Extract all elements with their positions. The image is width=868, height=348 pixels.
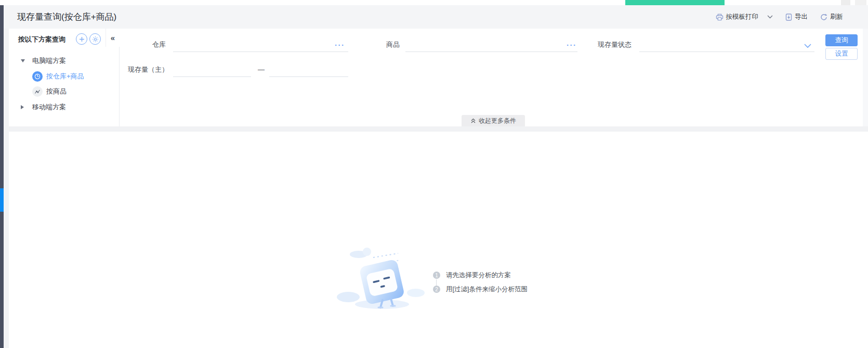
collapse-more-conditions-label: 收起更多条件 — [479, 117, 516, 125]
tree-item-warehouse-product[interactable]: 按仓库+商品 — [32, 71, 84, 82]
step-2-badge: 2 — [433, 286, 440, 293]
toolbar: 按模板打印 导出 刷新 — [716, 5, 844, 29]
browser-top-strip — [0, 0, 868, 5]
app-window: 现存量查询(按仓库+商品) 按模板打印 导出 刷新 — [0, 0, 868, 348]
tree-group-label: 移动端方案 — [32, 102, 66, 112]
result-area: 1 请先选择要分析的方案 2 用[过滤]条件来缩小分析范围 — [9, 132, 868, 348]
export-button[interactable]: 导出 — [785, 12, 808, 21]
progress-bar — [625, 0, 725, 5]
left-nav-rail[interactable] — [0, 5, 4, 348]
tree-group-pc-plans[interactable]: 电脑端方案 — [21, 56, 66, 66]
select-chevron-down-icon[interactable] — [804, 44, 811, 48]
product-more-icon[interactable]: ··· — [567, 42, 577, 49]
stock-status-select[interactable] — [639, 41, 814, 52]
collapse-sidebar-button[interactable]: « — [106, 29, 120, 47]
step-1-badge: 1 — [433, 272, 440, 279]
gear-icon — [92, 36, 99, 43]
tree-group-label: 电脑端方案 — [32, 56, 66, 66]
collapse-sidebar-icon: « — [111, 33, 115, 42]
panel-gap — [9, 126, 868, 132]
tree-collapsed-arrow-icon — [21, 105, 24, 109]
step-1-text: 请先选择要分析的方案 — [446, 271, 511, 279]
tree-item-label: 按仓库+商品 — [46, 72, 84, 81]
stock-qty-min-input[interactable] — [173, 66, 251, 77]
export-label: 导出 — [795, 12, 808, 21]
window-control-ghost — [841, 0, 850, 5]
page-title: 现存量查询(按仓库+商品) — [17, 5, 116, 29]
window-control-ghost — [855, 0, 866, 5]
right-edge-strip — [863, 29, 868, 126]
printer-icon — [716, 14, 724, 21]
plus-icon — [79, 36, 85, 42]
stock-qty-max-input[interactable] — [269, 66, 348, 77]
export-icon — [785, 14, 792, 21]
rail-active-indicator — [0, 188, 4, 212]
chevron-down-icon[interactable] — [767, 15, 773, 19]
refresh-label: 刷新 — [830, 12, 843, 21]
warehouse-label: 仓库 — [152, 41, 166, 49]
stock-qty-label: 现存量（主） — [128, 66, 168, 74]
double-chevron-up-icon — [470, 118, 476, 124]
empty-state-robot-illustration — [333, 236, 431, 314]
add-plan-button[interactable] — [76, 33, 87, 45]
warehouse-more-icon[interactable]: ··· — [335, 42, 345, 49]
step-2-text: 用[过滤]条件来缩小分析范围 — [446, 285, 528, 293]
tree-item-label: 按商品 — [46, 87, 67, 96]
title-bar: 现存量查询(按仓库+商品) 按模板打印 导出 刷新 — [4, 5, 868, 29]
print-by-template-button[interactable]: 按模板打印 — [716, 12, 773, 21]
query-button[interactable]: 查询 — [825, 34, 858, 46]
collapse-more-conditions-button[interactable]: 收起更多条件 — [462, 115, 525, 126]
clock-pie-icon — [32, 71, 43, 82]
settings-button[interactable]: 设置 — [825, 48, 858, 60]
tree-item-product[interactable]: 按商品 — [32, 86, 67, 97]
stock-status-label: 现存量状态 — [598, 41, 632, 49]
tree-expanded-arrow-icon — [21, 59, 25, 62]
plan-settings-button[interactable] — [89, 33, 101, 45]
sidebar-header: 按以下方案查询 — [18, 35, 65, 44]
product-label: 商品 — [386, 41, 400, 49]
tree-group-mobile-plans[interactable]: 移动端方案 — [21, 102, 66, 112]
trend-chart-icon — [32, 86, 43, 97]
warehouse-input[interactable] — [173, 41, 348, 52]
rail-gap — [4, 5, 9, 348]
refresh-icon — [820, 14, 827, 21]
refresh-button[interactable]: 刷新 — [820, 12, 843, 21]
range-separator: — — [258, 66, 265, 73]
print-by-template-label: 按模板打印 — [726, 12, 759, 21]
product-input[interactable] — [405, 41, 577, 52]
